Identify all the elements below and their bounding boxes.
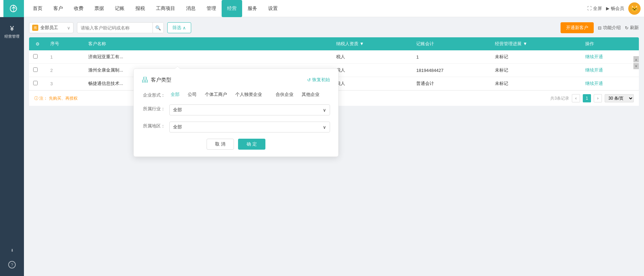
filter-chevron-up-icon: ∧ <box>183 25 186 30</box>
cell-taxpayer: 税人 <box>332 50 412 64</box>
nav-item-customers[interactable]: 客户 <box>48 0 68 17</box>
search-box: 🔍 <box>77 22 164 33</box>
filter-option-other[interactable]: 其他企业 <box>300 91 321 98</box>
cell-checkbox[interactable] <box>29 77 46 90</box>
sidebar: ¥ 经营管理 ⬇ ? <box>0 17 24 276</box>
cell-name: 济南冠亚重工有... <box>84 50 180 64</box>
nav-item-tax[interactable]: 报税 <box>130 0 150 17</box>
filter-option-company[interactable]: 公司 <box>186 91 198 98</box>
scroll-down-button[interactable]: ▼ <box>633 63 639 69</box>
employee-select-chevron: ∨ <box>67 25 70 30</box>
filter-confirm-button[interactable]: 确 定 <box>238 139 265 150</box>
filter-actions: 取 消 确 定 <box>142 139 330 150</box>
col-progress[interactable]: 经营管理进展 ▼ <box>491 37 581 50</box>
main-layout: ¥ 经营管理 ⬇ ? 图 全部员工 ∨ <box>0 17 644 276</box>
vip-icon: ▶ <box>606 6 609 11</box>
fullscreen-button[interactable]: ⛶ 全屏 <box>587 5 602 12</box>
app-logo <box>3 0 24 17</box>
filter-option-all[interactable]: 全部 <box>169 91 181 98</box>
nav-item-invoices[interactable]: 票据 <box>89 0 109 17</box>
filter-row-region: 所属地区： 全部 ∨ <box>142 122 330 133</box>
filter-cancel-button[interactable]: 取 消 <box>207 139 234 150</box>
table-row: 1 济南冠亚重工有... 税人 1 未标记 继续开通 <box>29 50 639 64</box>
page-next-button[interactable]: › <box>594 94 602 102</box>
sidebar-item-label: 经营管理 <box>4 34 19 39</box>
nav-item-operations[interactable]: 经营 <box>222 0 242 17</box>
footer-note: ⓘ 注： 先购买、再授权 <box>34 96 78 101</box>
open-customer-button[interactable]: 开通新客户 <box>561 22 594 33</box>
cell-accountant: 1 <box>412 50 491 64</box>
col-name: 客户名称 <box>84 37 180 50</box>
nav-item-business-items[interactable]: 工商项目 <box>150 0 181 17</box>
cell-action[interactable]: 继续开通 <box>581 50 639 64</box>
filter-panel: 品 客户类型 ↺ 恢复初始 企业形式： 全部 公司 个体工商户 个人独资企业 合… <box>133 68 339 157</box>
page-size-select[interactable]: 30 条/页 50 条/页 100 条/页 <box>605 94 634 102</box>
cell-accountant: 普通会计 <box>412 77 491 90</box>
filter-enterprise-options: 全部 公司 个体工商户 个人独资企业 合伙企业 其他企业 <box>169 91 330 98</box>
filter-btn-label: 筛选 <box>172 25 181 31</box>
employee-select[interactable]: 图 全部员工 ∨ <box>29 22 74 33</box>
download-icon: ⬇ <box>11 248 14 253</box>
reset-icon: ↺ <box>307 77 311 83</box>
cell-progress: 未标记 <box>491 64 581 77</box>
page-prev-button[interactable]: ‹ <box>572 94 580 102</box>
cell-action[interactable]: 继续开通 <box>581 77 639 90</box>
cell-progress: 未标记 <box>491 50 581 64</box>
sidebar-item-ops-mgmt[interactable]: ¥ 经营管理 <box>0 21 24 43</box>
filter-title-icon: 品 <box>142 76 148 84</box>
scroll-up-button[interactable]: ▲ <box>633 56 639 62</box>
nav-menu: 首页 客户 收费 票据 记账 报税 工商项目 消息 管理 经营 服务 设置 <box>24 0 587 17</box>
employee-select-value: 全部员工 <box>40 25 58 31</box>
filter-reset-button[interactable]: ↺ 恢复初始 <box>307 77 330 83</box>
avatar[interactable]: 🐱 <box>628 2 641 15</box>
vip-button[interactable]: ▶ 畅会员 <box>606 5 624 12</box>
nav-item-fees[interactable]: 收费 <box>68 0 89 17</box>
filter-option-individual[interactable]: 个体工商户 <box>203 91 228 98</box>
info-icon: ⓘ <box>34 96 38 101</box>
pagination: 共3条记录 ‹ 1 › 30 条/页 50 条/页 100 条/页 <box>550 94 634 102</box>
cell-num: 1 <box>46 50 84 64</box>
func-intro-button[interactable]: ⊟ 功能介绍 <box>598 25 621 31</box>
filter-row-enterprise: 企业形式： 全部 公司 个体工商户 个人独资企业 合伙企业 其他企业 <box>142 91 330 98</box>
nav-item-home[interactable]: 首页 <box>27 0 48 17</box>
search-button[interactable]: 🔍 <box>153 22 163 33</box>
nav-right: ⛶ 全屏 ▶ 畅会员 🐱 <box>587 2 641 15</box>
sidebar-item-download[interactable]: ⬇ <box>6 244 17 257</box>
filter-panel-header: 品 客户类型 ↺ 恢复初始 <box>142 76 330 84</box>
toolbar: 图 全部员工 ∨ 🔍 筛选 ∧ 开通新客户 ⊟ 功能介绍 <box>29 22 639 33</box>
cell-checkbox[interactable] <box>29 64 46 77</box>
filter-region-label: 所属地区： <box>142 122 169 129</box>
col-settings[interactable]: ⚙ <box>29 37 46 50</box>
sidebar-item-help[interactable]: ? <box>6 257 17 273</box>
nav-item-messages[interactable]: 消息 <box>181 0 201 17</box>
func-intro-icon: ⊟ <box>598 25 602 30</box>
col-num: 序号 <box>46 37 84 50</box>
cell-taxpayer: 税人 <box>332 64 412 77</box>
filter-option-partnership[interactable]: 合伙企业 <box>274 91 295 98</box>
cell-progress: 未标记 <box>491 77 581 90</box>
cell-num: 2 <box>46 64 84 77</box>
nav-item-accounting[interactable]: 记账 <box>109 0 130 17</box>
filter-option-sole[interactable]: 个人独资企业 <box>234 91 263 98</box>
top-navigation: 首页 客户 收费 票据 记账 报税 工商项目 消息 管理 经营 服务 设置 ⛶ … <box>0 0 644 17</box>
cell-checkbox[interactable] <box>29 50 46 64</box>
nav-item-settings[interactable]: 设置 <box>263 0 283 17</box>
cell-extra1 <box>180 50 332 64</box>
nav-item-service[interactable]: 服务 <box>242 0 263 17</box>
filter-region-select[interactable]: 全部 ∨ <box>169 122 330 133</box>
filter-panel-title: 品 客户类型 <box>142 76 171 84</box>
col-taxpayer[interactable]: 纳税人资质 ▼ <box>332 37 412 50</box>
col-accountant: 记账会计 <box>412 37 491 50</box>
filter-button[interactable]: 筛选 ∧ <box>167 22 191 33</box>
nav-item-management[interactable]: 管理 <box>201 0 222 17</box>
cell-num: 3 <box>46 77 84 90</box>
help-icon: ? <box>8 261 16 268</box>
refresh-button[interactable]: ↻ 刷新 <box>625 25 639 31</box>
main-content: 图 全部员工 ∨ 🔍 筛选 ∧ 开通新客户 ⊟ 功能介绍 <box>24 17 644 276</box>
scroll-controls: ▲ ▼ <box>633 56 639 69</box>
employee-icon: 图 <box>32 25 38 31</box>
filter-industry-select[interactable]: 全部 ∨ <box>169 104 330 115</box>
cell-action[interactable]: 继续开通 <box>581 64 639 77</box>
page-1-button[interactable]: 1 <box>583 94 591 102</box>
search-input[interactable] <box>77 25 153 30</box>
